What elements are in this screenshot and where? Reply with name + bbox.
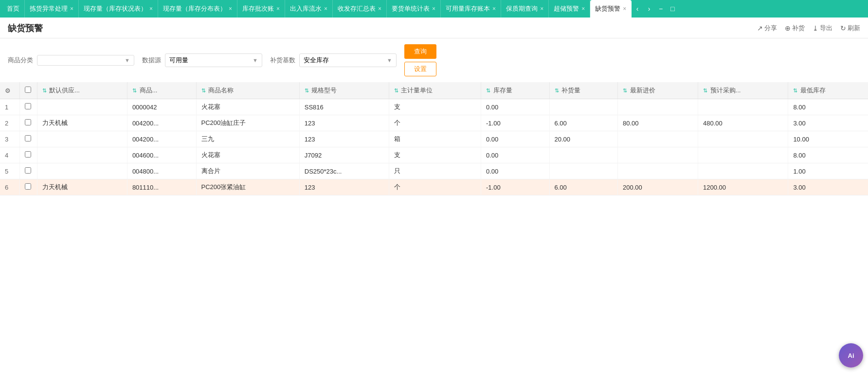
table-row[interactable]: 2 力天机械 004200... PC200油缸庄子 123 个 -1.00 6… — [0, 115, 868, 131]
select-all-checkbox[interactable] — [25, 87, 31, 93]
query-button[interactable]: 查询 — [404, 44, 436, 59]
tab-inventory-status[interactable]: 现存量（库存状况表） × — [79, 0, 158, 18]
cell-stock: 0.00 — [481, 147, 550, 163]
replenish-filter-group: 补货基数 安全库存 ▼ — [270, 53, 397, 67]
col-code[interactable]: ⇅ 商品... — [127, 82, 196, 99]
cell-checkbox[interactable] — [19, 147, 37, 163]
table-row[interactable]: 4 004600... 火花塞 J7092 支 0.00 8.00 — [0, 147, 868, 163]
col-spec[interactable]: ⇅ 规格型号 — [299, 82, 389, 99]
cell-unit: 个 — [389, 179, 481, 195]
tab-batch[interactable]: 库存批次账 × — [237, 0, 285, 18]
cell-checkbox[interactable] — [19, 99, 37, 115]
tab-inventory-dist[interactable]: 现存量（库存分布表） × — [158, 0, 237, 18]
row-checkbox[interactable] — [25, 183, 31, 190]
tab-close-icon[interactable]: × — [229, 5, 232, 12]
export-action[interactable]: ⤓ 导出 — [813, 24, 832, 33]
settings-gear-icon[interactable]: ⚙ — [5, 87, 11, 94]
tab-close-icon[interactable]: × — [581, 5, 585, 12]
tab-close-icon[interactable]: × — [70, 5, 73, 12]
cell-spec: 123 — [299, 115, 389, 131]
header-actions: ↗ 分享 ⊕ 补货 ⤓ 导出 ↻ 刷新 — [757, 24, 860, 33]
cell-code: 801110... — [127, 179, 196, 195]
tab-close-icon[interactable]: × — [492, 5, 496, 12]
cell-code: 004200... — [127, 115, 196, 131]
cell-replenish: 6.00 — [549, 115, 618, 131]
tab-next-btn[interactable]: › — [643, 0, 655, 18]
share-action[interactable]: ↗ 分享 — [757, 24, 777, 33]
cell-supplier — [37, 99, 127, 115]
tab-home-label: 首页 — [7, 4, 19, 13]
tab-close-icon[interactable]: × — [149, 5, 153, 12]
category-label: 商品分类 — [8, 56, 33, 65]
col-name[interactable]: ⇅ 商品名称 — [196, 82, 299, 99]
settings-button[interactable]: 设置 — [404, 62, 436, 76]
cell-checkbox[interactable] — [19, 131, 37, 147]
table-row[interactable]: 3 004200... 三九 123 箱 0.00 20.00 10.00 — [0, 131, 868, 147]
tab-overstock[interactable]: 超储预警 × — [549, 0, 590, 18]
tab-close-icon[interactable]: × — [432, 5, 435, 12]
cell-forecast: 1200.00 — [698, 179, 788, 195]
refresh-action[interactable]: ↻ 刷新 — [840, 24, 860, 33]
ai-button[interactable]: Ai — [839, 343, 863, 368]
cell-checkbox[interactable] — [19, 163, 37, 179]
tab-shortage[interactable]: 缺货预警 × — [590, 0, 632, 18]
tab-label: 可用量库存账本 — [446, 4, 490, 13]
sort-icon: ⇅ — [305, 88, 309, 93]
row-checkbox[interactable] — [25, 103, 31, 109]
cell-spec: SS816 — [299, 99, 389, 115]
col-stock[interactable]: ⇅ 库存量 — [481, 82, 550, 99]
cell-unit: 箱 — [389, 131, 481, 147]
tab-abnormal[interactable]: 拣货异常处理 × — [25, 0, 79, 18]
row-checkbox[interactable] — [25, 135, 31, 141]
table-row[interactable]: 5 004800... 离合片 DS250*23c... 只 0.00 1.00 — [0, 163, 868, 179]
cell-forecast: 480.00 — [698, 115, 788, 131]
cell-name: PC200张紧油缸 — [196, 179, 299, 195]
col-forecast[interactable]: ⇅ 预计采购... — [698, 82, 788, 99]
col-unit[interactable]: ⇅ 主计量单位 — [389, 82, 481, 99]
tab-demand[interactable]: 要货单统计表 × — [387, 0, 441, 18]
sort-icon: ⇅ — [132, 88, 137, 93]
replenish-action[interactable]: ⊕ 补货 — [785, 24, 805, 33]
row-checkbox[interactable] — [25, 167, 31, 174]
page-header: 缺货预警 ↗ 分享 ⊕ 补货 ⤓ 导出 ↻ 刷新 — [0, 18, 868, 38]
col-latest-price[interactable]: ⇅ 最新进价 — [618, 82, 698, 99]
datasource-select[interactable]: 可用量 ▼ — [165, 53, 262, 67]
tab-minimize-btn[interactable]: − — [655, 0, 667, 18]
table-row[interactable]: 6 力天机械 801110... PC200张紧油缸 123 个 -1.00 6… — [0, 179, 868, 195]
col-replenish[interactable]: ⇅ 补货量 — [549, 82, 618, 99]
tab-prev-btn[interactable]: ‹ — [632, 0, 643, 18]
tab-maximize-btn[interactable]: □ — [667, 0, 678, 18]
cell-code: 004800... — [127, 163, 196, 179]
tab-collection[interactable]: 收发存汇总表 × — [333, 0, 387, 18]
tab-close-icon[interactable]: × — [623, 5, 626, 12]
col-settings[interactable]: ⚙ — [0, 82, 19, 99]
cell-checkbox[interactable] — [19, 179, 37, 195]
category-select[interactable]: ▼ — [37, 55, 134, 66]
col-supplier[interactable]: ⇅ 默认供应... — [37, 82, 127, 99]
col-checkbox — [19, 82, 37, 99]
share-icon: ↗ — [757, 24, 763, 32]
col-replenish-label: 补货量 — [561, 87, 580, 94]
tab-close-icon[interactable]: × — [378, 5, 381, 12]
tab-expiry[interactable]: 保质期查询 × — [501, 0, 549, 18]
cell-checkbox[interactable] — [19, 115, 37, 131]
cell-num: 1 — [0, 99, 19, 115]
col-min-stock[interactable]: ⇅ 最低库存 — [788, 82, 868, 99]
tab-close-icon[interactable]: × — [276, 5, 280, 12]
tab-close-icon[interactable]: × — [540, 5, 543, 12]
row-checkbox[interactable] — [25, 119, 31, 125]
cell-forecast — [698, 99, 788, 115]
cell-stock: 0.00 — [481, 99, 550, 115]
replenish-select[interactable]: 安全库存 ▼ — [299, 53, 397, 67]
row-checkbox[interactable] — [25, 151, 31, 158]
sort-icon: ⇅ — [394, 88, 398, 93]
tab-home[interactable]: 首页 — [2, 0, 25, 18]
tab-inout[interactable]: 出入库流水 × — [285, 0, 333, 18]
tab-available[interactable]: 可用量库存账本 × — [441, 0, 501, 18]
table-row[interactable]: 1 0000042 火花塞 SS816 支 0.00 8.00 — [0, 99, 868, 115]
cell-latest-price — [618, 147, 698, 163]
datasource-value: 可用量 — [169, 56, 188, 65]
tab-close-icon[interactable]: × — [324, 5, 327, 12]
cell-unit: 只 — [389, 163, 481, 179]
cell-replenish — [549, 163, 618, 179]
